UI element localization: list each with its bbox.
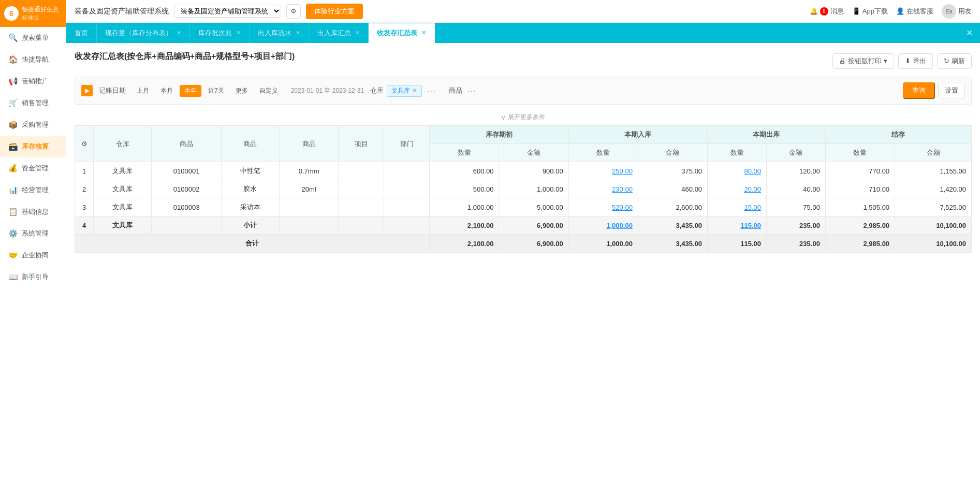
export-btn[interactable]: ⬇ 导出: [898, 53, 933, 69]
cell-in-qty[interactable]: 230.00: [568, 180, 638, 198]
col-header-project: 项目: [339, 126, 384, 162]
cell-dept: [384, 216, 430, 235]
sidebar-item-purchase[interactable]: 📦 采购管理: [0, 114, 66, 136]
cell-in-amt: 375.00: [638, 162, 707, 180]
notification-badge: 6: [820, 7, 828, 16]
sidebar: 6 畅捷通好生意 标准版 🔍 搜索菜单 🏠 快捷导航 📢 营销推广 🛒 销售管理…: [0, 0, 66, 478]
table-settings-col[interactable]: ⚙: [75, 126, 94, 162]
cell-goods-code: 0100002: [152, 180, 221, 198]
cell-out-qty[interactable]: 15.00: [708, 198, 767, 216]
date-btn-this-month[interactable]: 本月: [156, 85, 178, 97]
sidebar-item-quick-nav[interactable]: 🏠 快捷导航: [0, 49, 66, 70]
date-btn-this-year[interactable]: 本年: [180, 85, 201, 97]
cell-goods-code: [152, 216, 221, 235]
tab-batch-ledger[interactable]: 库存批次账 ✕: [190, 23, 250, 43]
finance-icon: 💰: [8, 164, 18, 173]
table-wrap: ⚙ 仓库 商品 商品 商品 项目 部门 库存期初 本期入库 本期出库 结存: [75, 125, 972, 253]
cell-out-amt: 120.00: [766, 162, 825, 180]
sidebar-item-marketing[interactable]: 📢 营销推广: [0, 70, 66, 92]
tab-close-inventory-dist[interactable]: ✕: [177, 30, 181, 36]
filter-bar: ▶ 记账日期 上月 本月 本年 近7天 更多 自定义 2023-01-01 至 …: [75, 77, 972, 105]
settings-gear-button[interactable]: ⚙: [286, 4, 301, 19]
cell-out-qty[interactable]: 80.00: [708, 162, 767, 180]
sidebar-item-inventory[interactable]: 🗃️ 库存核算: [0, 136, 66, 157]
cell-out-qty[interactable]: 20.00: [708, 180, 767, 198]
sidebar-item-guide[interactable]: 📖 新手引导: [0, 266, 66, 288]
cell-warehouse: 文具库: [94, 216, 152, 235]
cell-dept: [384, 162, 430, 180]
cell-goods-spec: 0.7mm: [280, 162, 339, 180]
cell-out-qty[interactable]: 115.00: [708, 216, 767, 235]
export-icon: ⬇: [905, 57, 911, 65]
tab-close-in-out-flow[interactable]: ✕: [296, 30, 300, 36]
cell-goods-code: 0100001: [152, 162, 221, 180]
cell-project: [339, 162, 384, 180]
sidebar-item-basic-info[interactable]: 📋 基础信息: [0, 201, 66, 223]
cell-in-qty[interactable]: 520.00: [568, 198, 638, 216]
topbar: 装备及固定资产辅助管理系统 装备及固定资产辅助管理系统 ⚙ 体验行业方案 🔔 6…: [66, 0, 980, 23]
refresh-btn[interactable]: ↻ 刷新: [937, 53, 972, 69]
sidebar-item-enterprise[interactable]: 🤝 企业协同: [0, 244, 66, 266]
date-btn-custom[interactable]: 自定义: [255, 85, 283, 97]
cell-balance-qty: 770.00: [825, 162, 895, 180]
table-row: 4 文具库 小计 2,100.00 6,900.00 1,000.00 3,43…: [75, 216, 972, 235]
footer-balance-qty: 2,985.00: [825, 235, 895, 253]
experience-btn[interactable]: 体验行业方案: [306, 4, 363, 19]
print-btn[interactable]: 🖨 按钮版打印 ▾: [832, 53, 894, 69]
tab-recv-send-summary[interactable]: 收发存汇总表 ✕: [369, 23, 435, 43]
date-btn-more[interactable]: 更多: [231, 85, 253, 97]
goods-more-btn[interactable]: ···: [465, 86, 479, 95]
cell-num: 1: [75, 162, 94, 180]
tab-close-batch-ledger[interactable]: ✕: [236, 30, 241, 36]
footer-in-amt: 3,435.00: [638, 235, 707, 253]
user-btn[interactable]: Ea 用友: [942, 4, 972, 19]
sidebar-item-operation[interactable]: 📊 经营管理: [0, 179, 66, 201]
tab-inventory-dist[interactable]: 现存量（库存分布表） ✕: [97, 23, 190, 43]
cell-in-amt: 460.00: [638, 180, 707, 198]
tab-home[interactable]: 首页: [66, 23, 97, 43]
warehouse-tag-close[interactable]: ✕: [412, 87, 417, 94]
cell-goods-name: 中性笔: [221, 162, 279, 180]
cell-in-qty[interactable]: 250.00: [568, 162, 638, 180]
topbar-left: 装备及固定资产辅助管理系统 装备及固定资产辅助管理系统 ⚙ 体验行业方案: [75, 4, 363, 19]
notification-btn[interactable]: 🔔 6 消息: [810, 7, 844, 16]
system-select[interactable]: 装备及固定资产辅助管理系统: [174, 5, 281, 18]
page-title: 收发存汇总表(按仓库+商品编码+商品+规格型号+项目+部门): [75, 51, 295, 62]
footer-label: 合计: [75, 235, 430, 253]
cell-in-qty[interactable]: 1,000.00: [568, 216, 638, 235]
chevron-down-icon: ▾: [884, 57, 887, 65]
col-group-out-period: 本期出库: [708, 126, 826, 144]
tab-close-in-out-summary[interactable]: ✕: [355, 30, 360, 36]
app-download-btn[interactable]: 📱 App下载: [852, 7, 888, 16]
tabbar-close-all-btn[interactable]: ✕: [959, 23, 980, 43]
page: 收发存汇总表(按仓库+商品编码+商品+规格型号+项目+部门) 🖨 按钮版打印 ▾…: [66, 43, 980, 478]
cell-balance-qty: 2,985.00: [825, 216, 895, 235]
sidebar-item-system[interactable]: ⚙️ 系统管理: [0, 223, 66, 244]
online-support-btn[interactable]: 👤 在线客服: [896, 7, 933, 16]
tab-close-recv-send-summary[interactable]: ✕: [421, 30, 426, 36]
query-btn[interactable]: 查询: [903, 82, 935, 99]
sidebar-nav: 🔍 搜索菜单 🏠 快捷导航 📢 营销推广 🛒 销售管理 📦 采购管理 🗃️ 库存…: [0, 27, 66, 478]
filter-settings-btn[interactable]: 设置: [938, 83, 965, 98]
cell-balance-amt: 10,100.00: [895, 216, 972, 235]
tab-in-out-flow[interactable]: 出入库流水 ✕: [250, 23, 309, 43]
cell-dept: [384, 198, 430, 216]
sidebar-item-search[interactable]: 🔍 搜索菜单: [0, 27, 66, 49]
date-btn-7days[interactable]: 近7天: [203, 85, 229, 97]
phone-icon: 📱: [852, 7, 860, 15]
cell-opening-amt: 1,000.00: [499, 180, 568, 198]
tab-in-out-summary[interactable]: 出入库汇总 ✕: [309, 23, 369, 43]
date-btn-last-month[interactable]: 上月: [132, 85, 154, 97]
footer-out-amt: 235.00: [766, 235, 825, 253]
sidebar-item-sales[interactable]: 🛒 销售管理: [0, 92, 66, 114]
cell-balance-amt: 1,420.00: [895, 180, 972, 198]
col-header-opening-qty: 数量: [430, 144, 499, 162]
sidebar-item-finance[interactable]: 💰 资金管理: [0, 157, 66, 179]
filter-collapse-btn[interactable]: ▶: [81, 85, 93, 96]
tabbar: 首页 现存量（库存分布表） ✕ 库存批次账 ✕ 出入库流水 ✕ 出入库汇总 ✕ …: [66, 23, 980, 43]
cell-project: [339, 198, 384, 216]
warehouse-more-btn[interactable]: ···: [425, 86, 438, 95]
table-footer-row: 合计 2,100.00 6,900.00 1,000.00 3,435.00 1…: [75, 235, 972, 253]
expand-row: ∨ 展开更多条件: [75, 110, 972, 125]
expand-conditions-btn[interactable]: ∨ 展开更多条件: [501, 113, 545, 122]
